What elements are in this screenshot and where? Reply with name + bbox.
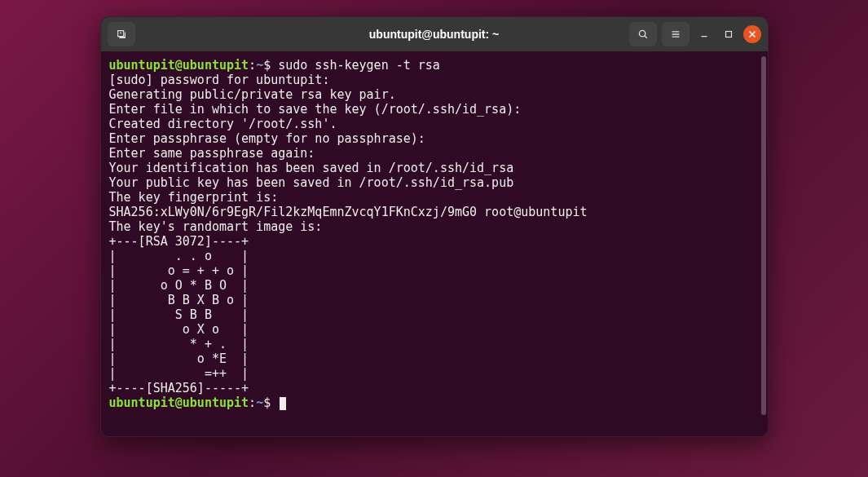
terminal-window: ubuntupit@ubuntupit: ~ ubuntupit@ubuntup… [100,16,769,437]
output-line: Created directory '/root/.ssh'. [109,117,760,131]
svg-line-1 [644,36,646,38]
menu-button[interactable] [662,22,690,46]
titlebar-right [629,22,761,46]
output-line: Generating public/private rsa key pair. [109,87,760,102]
output-line: [sudo] password for ubuntupit: [109,73,760,87]
prompt-line-1: ubuntupit@ubuntupit:~$ sudo ssh-keygen -… [109,58,760,73]
svg-rect-6 [725,32,731,38]
output-line: | B B X B o | [109,293,760,307]
output-line: Enter passphrase (empty for no passphras… [109,131,760,146]
titlebar-left [108,22,135,46]
maximize-icon [723,29,734,40]
window-title: ubuntupit@ubuntupit: ~ [369,28,499,41]
svg-point-0 [639,30,645,36]
output-line: | . . o | [109,249,760,263]
output-line: | o X o | [109,322,760,337]
search-icon [637,29,649,40]
prompt-path: ~ [256,395,263,410]
prompt-separator: : [249,58,256,73]
scrollbar[interactable] [761,56,766,415]
prompt-user-host: ubuntupit@ubuntupit [109,58,249,73]
prompt-user-host: ubuntupit@ubuntupit [109,395,249,410]
search-button[interactable] [629,22,657,46]
output-line: +----[SHA256]-----+ [109,381,760,395]
prompt-path: ~ [256,58,263,73]
new-tab-icon [116,29,127,40]
output-line: +---[RSA 3072]----+ [109,234,760,249]
output-line: Enter same passphrase again: [109,146,760,161]
output-line: The key's randomart image is: [109,219,760,234]
close-button[interactable] [743,25,761,43]
minimize-icon [698,29,710,40]
prompt-symbol: $ [263,58,271,73]
output-line: | S B B | [109,307,760,322]
command-text [271,58,278,73]
close-icon [748,30,756,38]
command-1: sudo ssh-keygen -t rsa [278,58,440,73]
output-line: SHA256:xLWy0N/6r9EgR/Fil2kzMqEmnZvcqY1FK… [109,205,760,219]
output-line: | o = + + o | [109,263,760,278]
maximize-button[interactable] [719,24,738,44]
cursor [280,397,286,410]
output-line: | * + . | [109,337,760,351]
output-line: The key fingerprint is: [109,190,760,205]
output-line: Your identification has been saved in /r… [109,161,760,175]
prompt-separator: : [249,395,256,410]
output-line: | =++ | [109,366,760,381]
prompt-line-2: ubuntupit@ubuntupit:~$ [109,395,760,410]
minimize-button[interactable] [694,24,714,44]
terminal-body[interactable]: ubuntupit@ubuntupit:~$ sudo ssh-keygen -… [101,51,768,436]
output-line: Your public key has been saved in /root/… [109,175,760,190]
output-line: | o *E | [109,351,760,366]
hamburger-icon [670,29,681,40]
titlebar: ubuntupit@ubuntupit: ~ [101,17,768,51]
output-line: | o O * B O | [109,278,760,293]
new-tab-button[interactable] [108,22,135,46]
output-line: Enter file in which to save the key (/ro… [109,102,760,117]
prompt-symbol: $ [263,395,271,410]
